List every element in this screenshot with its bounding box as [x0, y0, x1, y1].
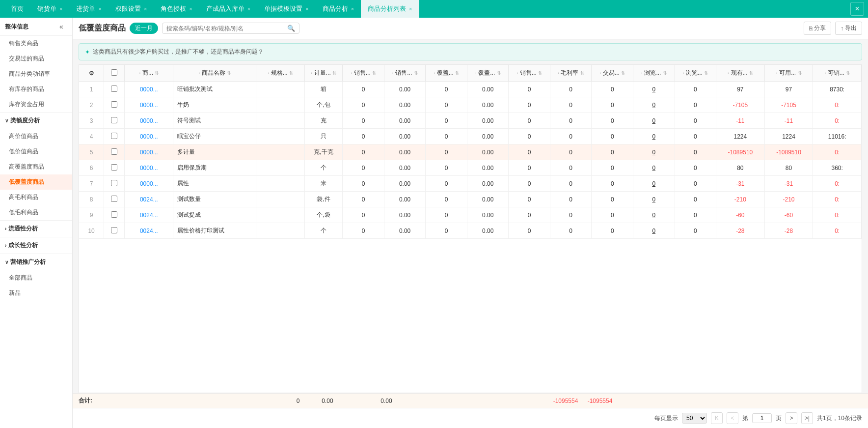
row-checkbox[interactable] [104, 207, 125, 223]
sidebar-section-营销-header[interactable]: ∨ 营销推广分析 [0, 254, 72, 270]
close-icon[interactable]: × [144, 6, 147, 12]
row-checkbox[interactable] [104, 223, 125, 239]
salable-column-header[interactable]: · 可销... ⇅ [813, 65, 862, 82]
sidebar-item-high-coverage[interactable]: 高覆盖度商品 [0, 159, 72, 174]
row-current: -1089510 [716, 144, 765, 160]
sidebar-item-all-goods[interactable]: 全部商品 [0, 270, 72, 285]
gross-column-header[interactable]: · 毛利率 ⇅ [550, 65, 592, 82]
row-browse1[interactable]: 0 [633, 97, 675, 113]
nav-product-analysis[interactable]: 商品分析 × [316, 0, 361, 18]
browse1-column-header[interactable]: · 浏览... ⇅ [633, 65, 675, 82]
sidebar-collapse-button[interactable]: « [55, 21, 67, 32]
sidebar-item-low-coverage[interactable]: 低覆盖度商品 [0, 174, 72, 190]
row-salable: 360: [813, 160, 862, 176]
row-select-checkbox[interactable] [111, 101, 117, 108]
nav-purchase-order[interactable]: 进货单 × [69, 0, 108, 18]
sidebar-item-stock-capital[interactable]: 库存资金占用 [0, 97, 72, 112]
row-checkbox[interactable] [104, 82, 125, 97]
settings-column-header[interactable]: ⚙ [79, 65, 104, 82]
sale-qty-column-header[interactable]: · 销售... ⇅ [343, 65, 384, 82]
next-page-button[interactable]: > [786, 412, 797, 424]
row-select-checkbox[interactable] [111, 227, 117, 233]
sidebar-item-category-rate[interactable]: 商品分类动销率 [0, 66, 72, 82]
window-close-button[interactable]: × [850, 2, 864, 16]
row-select-checkbox[interactable] [111, 211, 117, 218]
sidebar-section-流通-header[interactable]: › 流通性分析 [0, 221, 72, 237]
sidebar-item-stocked-goods[interactable]: 有库存的商品 [0, 82, 72, 97]
row-browse1[interactable]: 0 [633, 144, 675, 160]
per-page-select[interactable]: 50 20 100 [682, 413, 707, 424]
row-select-checkbox[interactable] [111, 196, 117, 202]
nav-permission-setting[interactable]: 权限设置 × [108, 0, 154, 18]
row-checkbox[interactable] [104, 160, 125, 176]
sale-amt-column-header[interactable]: · 销售... ⇅ [384, 65, 426, 82]
name-column-header[interactable]: · 商品名称 ⇅ [173, 65, 256, 82]
sidebar-item-sales-goods[interactable]: 销售类商品 [0, 36, 72, 51]
share-button[interactable]: ⎘ 分享 [804, 22, 831, 35]
page-input[interactable] [752, 413, 772, 423]
sidebar-item-low-value[interactable]: 低价值商品 [0, 144, 72, 159]
row-checkbox[interactable] [104, 97, 125, 113]
sidebar-section-畅度-header[interactable]: ∨ 类畅度分析 [0, 113, 72, 129]
sale2-column-header[interactable]: · 销售... ⇅ [509, 65, 550, 82]
search-icon[interactable]: 🔍 [287, 25, 295, 32]
row-checkbox[interactable] [104, 113, 125, 129]
row-checkbox[interactable] [104, 129, 125, 144]
row-browse1[interactable]: 0 [633, 160, 675, 176]
nav-sales-order[interactable]: 销货单 × [30, 0, 69, 18]
nav-role-auth[interactable]: 角色授权 × [154, 0, 199, 18]
row-select-checkbox[interactable] [111, 164, 117, 171]
sidebar-item-traded-goods[interactable]: 交易过的商品 [0, 51, 72, 66]
browse2-column-header[interactable]: · 浏览... ⇅ [675, 65, 716, 82]
avail-column-header[interactable]: · 可用... ⇅ [764, 65, 813, 82]
close-icon[interactable]: × [305, 6, 308, 12]
spec-column-header[interactable]: · 规格... ⇅ [256, 65, 305, 82]
nav-template-setting[interactable]: 单据模板设置 × [257, 0, 315, 18]
table-row: 10 0024... 属性价格打印测试 个 0 0.00 0 0.00 0 0 … [79, 223, 862, 239]
current-column-header[interactable]: · 现有... ⇅ [716, 65, 765, 82]
close-icon[interactable]: × [189, 6, 192, 12]
code-column-header[interactable]: · 商... ⇅ [125, 65, 173, 82]
close-icon[interactable]: × [59, 6, 62, 12]
row-browse1[interactable]: 0 [633, 129, 675, 144]
checkbox-column-header[interactable] [104, 65, 125, 82]
sidebar-item-low-margin[interactable]: 低毛利商品 [0, 205, 72, 220]
row-checkbox[interactable] [104, 192, 125, 207]
row-name: 启用保质期 [173, 160, 256, 176]
row-checkbox[interactable] [104, 144, 125, 160]
row-browse1[interactable]: 0 [633, 192, 675, 207]
search-input[interactable] [166, 25, 285, 32]
row-browse1[interactable]: 0 [633, 207, 675, 223]
sidebar-item-high-margin[interactable]: 高毛利商品 [0, 190, 72, 205]
row-browse1[interactable]: 0 [633, 223, 675, 239]
sidebar-item-high-value[interactable]: 高价值商品 [0, 129, 72, 144]
period-button[interactable]: 近一月 [130, 23, 158, 34]
nav-product-inbound[interactable]: 产成品入库单 × [199, 0, 257, 18]
row-select-checkbox[interactable] [111, 117, 117, 123]
row-select-checkbox[interactable] [111, 180, 117, 186]
cov2-column-header[interactable]: · 覆盖... ⇅ [467, 65, 509, 82]
export-button[interactable]: ↑ 导出 [835, 22, 862, 35]
trans-column-header[interactable]: · 交易... ⇅ [592, 65, 633, 82]
close-icon[interactable]: × [247, 6, 250, 12]
close-icon[interactable]: × [409, 6, 412, 12]
nav-product-analysis-list[interactable]: 商品分析列表 × [361, 0, 419, 18]
row-browse1[interactable]: 0 [633, 82, 675, 97]
select-all-checkbox[interactable] [111, 69, 117, 76]
sidebar-item-new-goods[interactable]: 新品 [0, 285, 72, 301]
nav-home[interactable]: 首页 [4, 0, 30, 18]
row-checkbox[interactable] [104, 176, 125, 192]
sidebar-section-成长-header[interactable]: › 成长性分析 [0, 237, 72, 254]
unit-column-header[interactable]: · 计量... ⇅ [304, 65, 342, 82]
close-icon[interactable]: × [351, 6, 354, 12]
first-page-button[interactable]: K [711, 412, 723, 424]
row-browse1[interactable]: 0 [633, 113, 675, 129]
row-browse1[interactable]: 0 [633, 176, 675, 192]
row-select-checkbox[interactable] [111, 86, 117, 92]
row-select-checkbox[interactable] [111, 148, 117, 155]
close-icon[interactable]: × [98, 6, 101, 12]
row-select-checkbox[interactable] [111, 133, 117, 139]
cov1-column-header[interactable]: · 覆盖... ⇅ [426, 65, 467, 82]
prev-page-button[interactable]: < [727, 412, 738, 424]
last-page-button[interactable]: >| [801, 412, 813, 424]
